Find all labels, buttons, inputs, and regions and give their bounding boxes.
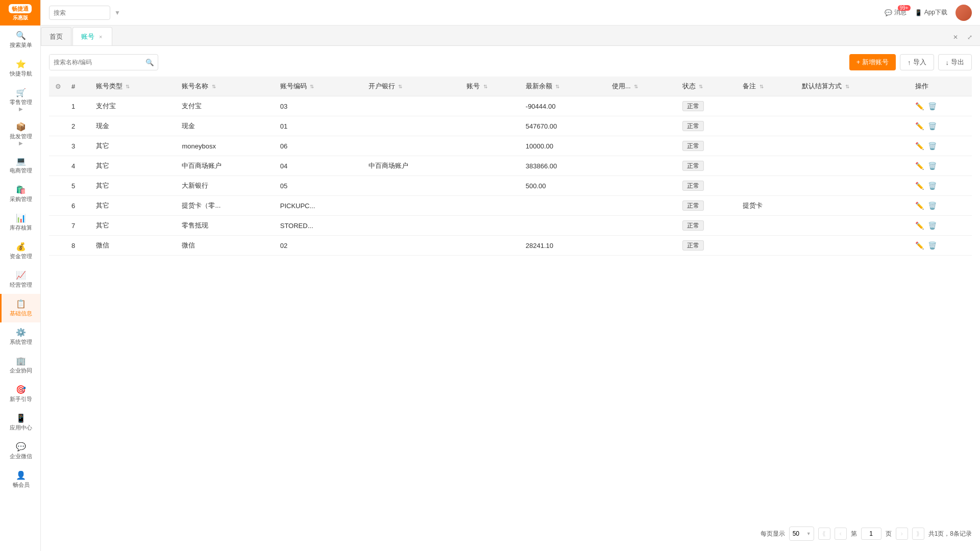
- page-next-button[interactable]: ›: [896, 528, 908, 540]
- sidebar-item-basic[interactable]: 📋 基础信息: [0, 294, 40, 322]
- chevron-down-icon: ▼: [114, 9, 120, 16]
- total-label: 共1页，8条记录: [928, 530, 972, 538]
- col-bank[interactable]: 开户银行 ⇅: [364, 77, 462, 96]
- row-settings: [49, 216, 67, 236]
- tab-label: 账号: [81, 32, 94, 41]
- sidebar-item-operations[interactable]: 📈 经营管理: [0, 265, 40, 294]
- import-button[interactable]: ↑ 导入: [900, 54, 934, 70]
- sidebar-item-purchase[interactable]: 🛍️ 采购管理: [0, 180, 40, 208]
- shortcut-icon: ⭐: [16, 59, 26, 69]
- app-download-button[interactable]: 📱 App下载: [915, 8, 947, 17]
- export-label: 导出: [951, 58, 964, 67]
- row-index: 2: [67, 116, 92, 136]
- tab-home[interactable]: 首页: [41, 27, 71, 45]
- sidebar-item-shortcut[interactable]: ⭐ 快捷导航: [0, 54, 40, 83]
- edit-button[interactable]: ✏️: [915, 241, 924, 249]
- retail-icon: 🛒: [16, 88, 26, 97]
- sidebar-item-corpwechat[interactable]: 💬 企业微信: [0, 437, 40, 465]
- edit-button[interactable]: ✏️: [915, 142, 924, 150]
- top-search-input[interactable]: [49, 6, 110, 20]
- row-code: 05: [276, 176, 364, 196]
- sidebar-item-stock[interactable]: 📊 库存核算: [0, 208, 40, 237]
- row-settlement: [798, 196, 911, 216]
- sidebar-item-finance[interactable]: 💰 资金管理: [0, 237, 40, 265]
- close-tab-button[interactable]: ✕: [949, 31, 962, 43]
- sidebar-item-search[interactable]: 🔍 搜索菜单: [0, 26, 40, 54]
- finance-icon: 💰: [16, 242, 26, 252]
- delete-button[interactable]: 🗑️: [928, 202, 937, 210]
- sidebar-item-retail[interactable]: 🛒 零售管理 ▶: [0, 83, 40, 117]
- page-first-button[interactable]: ⟪: [818, 528, 830, 540]
- row-actions: ✏️ 🗑️: [911, 136, 972, 156]
- row-account: [462, 216, 522, 236]
- col-index: #: [67, 77, 92, 96]
- sidebar-item-ecommerce[interactable]: 💻 电商管理: [0, 151, 40, 180]
- per-page-select[interactable]: 50 100 200: [789, 527, 814, 541]
- avatar[interactable]: [955, 5, 972, 21]
- col-status[interactable]: 状态 ⇅: [678, 77, 739, 96]
- search-button[interactable]: 🔍: [141, 54, 158, 70]
- col-type[interactable]: 账号类型 ⇅: [92, 77, 178, 96]
- col-name[interactable]: 账号名称 ⇅: [178, 77, 276, 96]
- col-usage[interactable]: 使用... ⇅: [608, 77, 678, 96]
- messages-button[interactable]: 💬 消息 99+: [885, 8, 906, 17]
- col-account[interactable]: 账号 ⇅: [462, 77, 522, 96]
- delete-button[interactable]: 🗑️: [928, 241, 937, 249]
- sidebar-item-newbie[interactable]: 🎯 新手引导: [0, 380, 40, 408]
- sidebar-item-system[interactable]: ⚙️ 系统管理: [0, 322, 40, 351]
- page-number-input[interactable]: [861, 528, 881, 540]
- edit-button[interactable]: ✏️: [915, 122, 924, 130]
- delete-button[interactable]: 🗑️: [928, 102, 937, 110]
- row-usage: [608, 156, 678, 176]
- sidebar-item-label: 快捷导航: [10, 70, 32, 78]
- delete-button[interactable]: 🗑️: [928, 162, 937, 170]
- col-settlement[interactable]: 默认结算方式 ⇅: [798, 77, 911, 96]
- row-name: 现金: [178, 116, 276, 136]
- row-remark: [739, 156, 798, 176]
- edit-button[interactable]: ✏️: [915, 221, 924, 230]
- sidebar-item-wholesale[interactable]: 📦 批发管理 ▶: [0, 117, 40, 151]
- row-code: 01: [276, 116, 364, 136]
- col-remark[interactable]: 备注 ⇅: [739, 77, 798, 96]
- edit-button[interactable]: ✏️: [915, 102, 924, 110]
- tab-bar: 首页账号× ✕ ⤢: [41, 26, 980, 46]
- expand-tab-button[interactable]: ⤢: [964, 31, 976, 43]
- sidebar-item-enterprise[interactable]: 🏢 企业协同: [0, 351, 40, 380]
- delete-button[interactable]: 🗑️: [928, 221, 937, 230]
- row-settings: [49, 156, 67, 176]
- col-code[interactable]: 账号编码 ⇅: [276, 77, 364, 96]
- purchase-icon: 🛍️: [16, 185, 26, 194]
- page-prev-button[interactable]: ‹: [835, 528, 847, 540]
- export-button[interactable]: ↓ 导出: [938, 54, 972, 70]
- tab-close-account[interactable]: ×: [97, 33, 104, 40]
- toolbar-right: + 新增账号 ↑ 导入 ↓ 导出: [849, 54, 972, 70]
- app-logo: 畅捷通 乐惠版: [0, 0, 40, 26]
- row-remark: 提货卡: [739, 196, 798, 216]
- page-label: 第: [851, 530, 857, 538]
- col-settings[interactable]: ⚙: [49, 77, 67, 96]
- row-type: 其它: [92, 176, 178, 196]
- sidebar-item-label: 应用中心: [10, 424, 32, 432]
- edit-button[interactable]: ✏️: [915, 182, 924, 190]
- col-action: 操作: [911, 77, 972, 96]
- row-settlement: [798, 176, 911, 196]
- col-balance[interactable]: 最新余额 ⇅: [522, 77, 608, 96]
- delete-button[interactable]: 🗑️: [928, 142, 937, 150]
- page-last-button[interactable]: ⟫: [912, 528, 924, 540]
- sidebar-item-label: 搜索菜单: [10, 41, 32, 49]
- delete-button[interactable]: 🗑️: [928, 122, 937, 130]
- tab-account[interactable]: 账号×: [72, 27, 112, 45]
- delete-button[interactable]: 🗑️: [928, 182, 937, 190]
- row-type: 其它: [92, 216, 178, 236]
- edit-button[interactable]: ✏️: [915, 162, 924, 170]
- row-settlement: [798, 216, 911, 236]
- edit-button[interactable]: ✏️: [915, 202, 924, 210]
- sidebar-item-member[interactable]: 👤 畅会员: [0, 465, 40, 494]
- sidebar-item-appcenter[interactable]: 📱 应用中心: [0, 408, 40, 437]
- row-type: 其它: [92, 196, 178, 216]
- account-search-input[interactable]: [50, 54, 141, 70]
- sidebar-item-label: 库存核算: [10, 224, 32, 232]
- table-row: 6 其它 提货卡（零... PICKUPC... 正常 提货卡 ✏️ 🗑️: [49, 196, 972, 216]
- add-account-button[interactable]: + 新增账号: [849, 54, 896, 70]
- row-status: 正常: [678, 156, 739, 176]
